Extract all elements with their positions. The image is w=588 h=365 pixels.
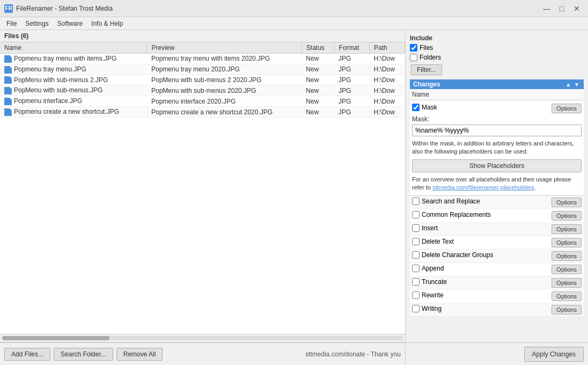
files-checkbox[interactable] [410,44,417,52]
option-checkbox-0[interactable] [412,198,420,205]
option-btn-1[interactable]: Options [552,211,582,221]
titlebar-title: FileRenamer - Stefan Trost Media [16,5,113,12]
table-row[interactable]: Popmenu tray menu.JPG Popmenu tray menu … [0,64,405,75]
placeholder-link[interactable]: sttmedia.com/filerenamer-placeholders [432,184,534,191]
option-checkbox-3[interactable] [412,238,420,245]
table-row[interactable]: PopMenu with sub-menus.JPG PopMenu with … [0,85,405,96]
table-row[interactable]: Popmenu tray menu with items.JPG Popmenu… [0,54,405,64]
option-checkbox-2[interactable] [412,224,420,232]
options-checkbox-row-7: Rewrite [412,291,444,299]
changes-arrows: ▲ ▼ [564,82,580,87]
cell-status: New [302,107,334,118]
horizontal-scrollbar[interactable] [0,334,405,342]
option-checkbox-6[interactable] [412,278,420,286]
menu-software[interactable]: Software [53,19,87,28]
titlebar: FR FileRenamer - Stefan Trost Media — □ … [0,0,588,17]
changes-down-button[interactable]: ▼ [573,82,580,87]
changes-label: Changes [413,81,440,88]
file-icon [4,55,12,63]
col-format[interactable]: Format [334,42,370,54]
file-table-wrapper[interactable]: Name Preview Status Format Path Popmenu … [0,42,405,334]
option-label-0: Search and Replace [422,198,480,205]
file-icon [4,87,12,94]
search-folder-button[interactable]: Search Folder... [54,348,113,361]
cell-format: JPG [334,96,370,107]
menu-file[interactable]: File [2,19,21,28]
bottom-left-buttons: Add Files... Search Folder... Remove All [4,348,163,361]
file-table: Name Preview Status Format Path Popmenu … [0,42,405,118]
option-label-5: Append [422,265,444,272]
table-row[interactable]: PopMenu with sub-menus 2.JPG PopMenu wit… [0,75,405,85]
cell-path: H:\Dow [370,107,405,118]
options-row: Rewrite Options [410,290,584,303]
cell-preview: Popmenu tray menu with items 2020.JPG [147,54,302,64]
folders-checkbox[interactable] [410,54,417,61]
cell-status: New [302,96,334,107]
option-checkbox-5[interactable] [412,265,420,272]
changes-section: Changes ▲ ▼ Name Mask [410,79,584,317]
col-path[interactable]: Path [370,42,405,54]
cell-name: PopMenu with sub-menus 2.JPG [0,75,147,85]
file-icon [4,76,12,84]
close-button[interactable]: ✕ [570,2,584,16]
changes-up-button[interactable]: ▲ [564,82,572,87]
mask-checkbox[interactable] [412,104,420,111]
option-btn-0[interactable]: Options [552,198,582,207]
mask-input[interactable] [412,125,582,136]
mask-options-button[interactable]: Options [552,104,582,113]
option-btn-2[interactable]: Options [552,224,582,234]
table-row[interactable]: Popmenu create a new shortcut.JPG Popmen… [0,107,405,118]
options-row: Insert Options [410,223,584,236]
option-checkbox-4[interactable] [412,251,420,259]
cell-status: New [302,75,334,85]
table-row[interactable]: Popmenu interface.JPG Popmenu interface … [0,96,405,107]
scroll-track[interactable] [2,336,403,340]
mask-label-text: Mask [422,104,437,111]
cell-name: Popmenu tray menu with items.JPG [0,54,147,64]
options-checkbox-row-2: Insert [412,224,438,232]
option-btn-5[interactable]: Options [552,265,582,274]
apply-changes-button[interactable]: Apply Changes [524,347,584,362]
files-label: Files [420,44,433,52]
option-btn-4[interactable]: Options [552,251,582,261]
option-btn-7[interactable]: Options [552,291,582,301]
option-checkbox-7[interactable] [412,291,420,299]
menu-settings[interactable]: Settings [21,19,53,28]
right-panel-content: Include Files Folders Filter... Changes … [406,30,588,342]
add-files-button[interactable]: Add Files... [4,348,50,361]
include-label: Include [410,34,584,42]
option-checkbox-8[interactable] [412,305,420,312]
col-preview[interactable]: Preview [147,42,302,54]
mask-description: Within the mask, in addition to arbitrar… [412,140,582,156]
placeholder-link-text: For an overview over all placeholders an… [412,176,582,192]
filter-button[interactable]: Filter... [411,64,442,75]
menubar: File Settings Software Info & Help [0,17,588,30]
option-checkbox-1[interactable] [412,211,420,218]
titlebar-controls: — □ ✕ [540,2,584,16]
menu-info-help[interactable]: Info & Help [87,19,127,28]
left-panel: Files (6) Name Preview Status Format Pat… [0,30,406,365]
cell-path: H:\Dow [370,75,405,85]
cell-path: H:\Dow [370,85,405,96]
cell-preview: PopMenu with sub-menus 2020.JPG [147,85,302,96]
minimize-button[interactable]: — [540,2,554,16]
changes-header: Changes ▲ ▼ [410,79,584,89]
cell-preview: PopMenu with sub-menus 2 2020.JPG [147,75,302,85]
options-checkbox-row-6: Truncate [412,278,447,286]
options-checkbox-row-4: Delete Character Groups [412,251,493,259]
col-status[interactable]: Status [302,42,334,54]
show-placeholders-button[interactable]: Show Placeholders [412,159,582,172]
options-row: Append Options [410,263,584,276]
remove-all-button[interactable]: Remove All [116,348,163,361]
option-label-4: Delete Character Groups [422,251,493,259]
option-btn-8[interactable]: Options [552,305,582,315]
files-header: Files (6) [0,30,405,42]
maximize-button[interactable]: □ [555,2,569,16]
scroll-thumb[interactable] [2,336,109,340]
col-name[interactable]: Name [0,42,147,54]
name-label: Name [412,91,429,98]
option-btn-6[interactable]: Options [552,278,582,288]
option-btn-3[interactable]: Options [552,238,582,247]
file-icon [4,98,12,105]
name-row: Name [410,89,584,100]
